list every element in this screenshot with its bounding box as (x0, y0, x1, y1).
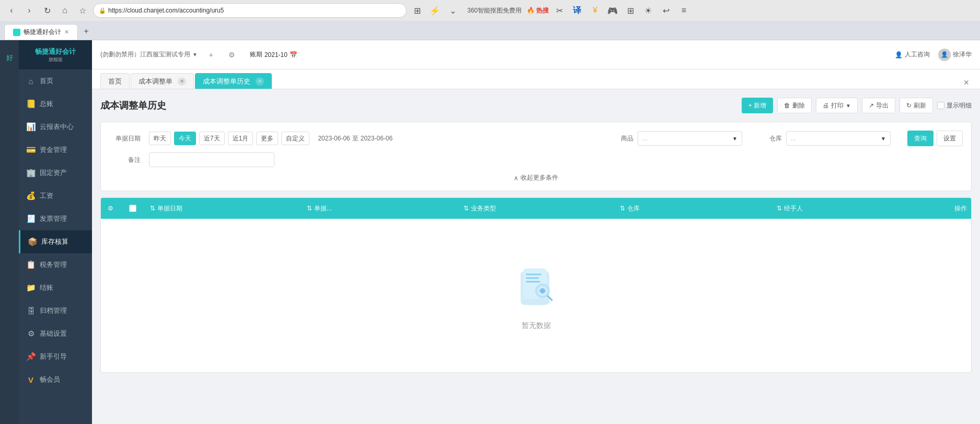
browser-menu-button[interactable]: ≡ (676, 3, 691, 18)
goods-select[interactable]: ... ▼ (638, 131, 742, 146)
date-separator: 至 (352, 134, 359, 143)
th-checkbox[interactable] (120, 205, 146, 212)
note-input[interactable] (149, 152, 274, 167)
grid-button[interactable]: ⊞ (623, 3, 638, 18)
sidebar-item-guide[interactable]: 📌 新手引导 (19, 345, 92, 368)
print-button[interactable]: 🖨 打印 ▼ (816, 98, 858, 113)
th-number-sort-icon: ⇅ (307, 205, 312, 212)
service-button[interactable]: 👤 人工咨询 (895, 50, 930, 59)
home-button[interactable]: ⌂ (57, 3, 72, 18)
sidebar-item-inventory[interactable]: 📦 库存核算 (19, 230, 92, 253)
sidebar-item-salary[interactable]: 💰 工资 (19, 184, 92, 207)
sidebar-item-tax[interactable]: 📋 税务管理 (19, 253, 92, 276)
translate-button[interactable]: 译 (570, 3, 584, 18)
sidebar-item-invoice[interactable]: 🧾 发票管理 (19, 207, 92, 230)
sidebar-item-funds[interactable]: 💳 资金管理 (19, 138, 92, 161)
sidebar-item-home[interactable]: ⌂ 首页 (19, 69, 92, 92)
wallet-button[interactable]: ¥ (587, 3, 602, 18)
invoice-icon: 🧾 (26, 214, 36, 223)
bookmark-button[interactable]: ☆ (75, 3, 90, 18)
user-menu[interactable]: 👤 徐泽华 (938, 49, 972, 61)
icon-sidebar-logo[interactable]: 好 (0, 43, 19, 73)
extensions-button[interactable]: ⊞ (410, 3, 424, 18)
date-btn-more[interactable]: 更多 (256, 132, 278, 145)
sidebar-item-archive[interactable]: 🗄 归档管理 (19, 299, 92, 322)
main-content: (勿删勿禁用）江西服宝测试专用 ▼ + ⚙ 账期 2021-10 📅 👤 人工咨… (92, 40, 980, 424)
tab-home[interactable]: 首页 (100, 73, 130, 89)
sidebar-item-closing[interactable]: 📁 结账 (19, 276, 92, 299)
date-btn-today[interactable]: 今天 (174, 132, 196, 145)
new-tab-button[interactable]: + (79, 24, 94, 39)
browser-tab-active[interactable]: 畅捷通好会计 ✕ (4, 24, 78, 40)
scissors-button[interactable]: ✂ (552, 3, 567, 18)
th-handler-label: 经手人 (784, 204, 803, 213)
closing-icon: 📁 (26, 283, 36, 292)
inventory-icon: 📦 (28, 237, 37, 246)
th-actions-label: 操作 (954, 204, 967, 213)
sidebar-item-reports[interactable]: 📊 云报表中心 (19, 115, 92, 138)
empty-state-illustration (510, 261, 562, 313)
company-dropdown-icon: ▼ (192, 52, 198, 57)
date-from: 2023-06-06 (318, 135, 350, 142)
delete-button[interactable]: 🗑 删除 (777, 98, 812, 113)
forward-button[interactable]: › (22, 3, 37, 18)
tab-cost-adjust-close[interactable]: ✕ (178, 77, 186, 86)
collapse-button[interactable]: ∧ 收起更多条件 (514, 173, 558, 182)
collapse-container: ∧ 收起更多条件 (109, 173, 963, 182)
goods-select-placeholder: ... (642, 135, 648, 142)
game-button[interactable]: 🎮 (605, 3, 620, 18)
undo-button[interactable]: ↩ (659, 3, 673, 18)
display-toggle-checkbox[interactable] (937, 102, 944, 109)
th-warehouse[interactable]: ⇅ 仓库 (616, 204, 773, 213)
sidebar-item-membership[interactable]: V 畅会员 (19, 368, 92, 391)
sidebar-logo[interactable]: 畅捷通好会计 旗舰版 (19, 40, 92, 69)
brightness-button[interactable]: ☀ (641, 3, 655, 18)
date-btn-1month[interactable]: 近1月 (228, 132, 253, 145)
date-btn-7days[interactable]: 近7天 (199, 132, 225, 145)
sidebar-item-invoice-label: 发票管理 (40, 214, 67, 223)
browser-tabs: 畅捷通好会计 ✕ + (0, 21, 980, 40)
empty-text: 暂无数据 (522, 321, 551, 331)
company-dropdown[interactable]: (勿删勿禁用）江西服宝测试专用 ▼ (100, 50, 198, 59)
lightning-button[interactable]: ⚡ (428, 3, 442, 18)
export-button[interactable]: ↗ 导出 (862, 98, 895, 113)
url-text: https://cloud.chanjet.com/accounting/uru… (108, 7, 224, 14)
back-button[interactable]: ‹ (4, 3, 19, 18)
display-toggle[interactable]: 显示明细 (937, 101, 972, 110)
reset-button[interactable]: 设置 (937, 131, 963, 146)
date-btn-yesterday[interactable]: 昨天 (149, 132, 171, 145)
user-name: 徐泽华 (953, 50, 972, 59)
sidebar-item-ledger[interactable]: 📒 总账 (19, 92, 92, 115)
refresh-button[interactable]: ↻ (40, 3, 54, 18)
close-all-tabs-button[interactable]: ✕ (961, 76, 972, 89)
sidebar-item-tax-label: 税务管理 (40, 260, 67, 269)
address-bar[interactable]: 🔒 https://cloud.chanjet.com/accounting/u… (93, 3, 407, 18)
sidebar-item-fixed-assets[interactable]: 🏢 固定资产 (19, 161, 92, 184)
date-filter-label: 单据日期 (109, 134, 141, 143)
refresh-button-page[interactable]: ↻ 刷新 (900, 98, 933, 113)
tab-cost-adjust-history[interactable]: 成本调整单历史 ✕ (195, 73, 272, 89)
tab-cost-adjust-history-close[interactable]: ✕ (256, 77, 264, 86)
sidebar-item-inventory-label: 库存核算 (41, 237, 68, 246)
th-type[interactable]: ⇅ 业务类型 (459, 204, 616, 213)
th-number[interactable]: ⇅ 单据... (303, 204, 459, 213)
th-handler[interactable]: ⇅ 经手人 (773, 204, 929, 213)
date-btn-custom[interactable]: 自定义 (281, 132, 309, 145)
calendar-icon[interactable]: 📅 (290, 51, 297, 58)
add-company-button[interactable]: + (204, 48, 218, 62)
company-settings-button[interactable]: ⚙ (225, 48, 239, 62)
tab-cost-adjust[interactable]: 成本调整单 ✕ (131, 73, 194, 89)
display-label: 显示明细 (947, 101, 972, 110)
add-button[interactable]: + 新增 (742, 98, 773, 113)
browser-tab-close[interactable]: ✕ (64, 29, 69, 36)
period-display: 账期 2021-10 📅 (250, 50, 297, 59)
date-range-display: 2023-06-06 至 2023-06-06 (318, 134, 393, 143)
th-settings[interactable]: ⚙ (101, 205, 120, 212)
warehouse-select[interactable]: ... ▼ (786, 131, 891, 146)
home-icon: ⌂ (26, 77, 36, 86)
sidebar-item-settings[interactable]: ⚙ 基础设置 (19, 322, 92, 345)
menu-dropdown-button[interactable]: ⌄ (445, 3, 460, 18)
th-date[interactable]: ⇅ 单据日期 (146, 204, 303, 213)
search-button[interactable]: 查询 (907, 131, 933, 146)
select-all-checkbox[interactable] (129, 205, 136, 212)
